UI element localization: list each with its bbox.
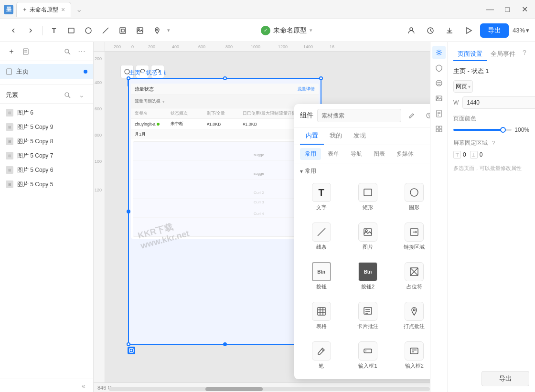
main-frame[interactable]: 流量状态 流量详情 流量周期选择 ▾ 套餐名 状态频次 剩下/全量 日已使用/最… [128,78,321,345]
add-page-btn[interactable]: + [6,46,17,57]
width-input[interactable] [462,96,535,109]
play-btn[interactable] [461,23,476,38]
back-btn[interactable] [6,23,21,38]
frame-handle-bl[interactable] [127,342,130,346]
widget-subtab-nav[interactable]: 导航 [346,148,367,160]
widget-subtab-media[interactable]: 多媒体 [392,148,418,160]
mini-detail-link[interactable]: 流量详情 [298,86,315,92]
widget-line-icon [312,222,331,242]
widget-tab-mine[interactable]: 我的 [324,127,348,145]
widget-item-btn2[interactable]: Btn 按钮2 [346,258,389,294]
widget-edit-btn[interactable] [405,109,418,122]
more-tabs-btn[interactable]: ⌄ [76,5,82,14]
list-item[interactable]: ⊞ 图片 5 Copy 9 [0,120,93,134]
rp-grid-icon[interactable] [432,122,446,136]
widget-item-placeholder[interactable]: 占位符 [393,258,430,294]
widget-item-input1[interactable]: 输入框1 [346,338,389,373]
horizontal-scrollbar[interactable] [109,387,430,391]
rp-shield-icon[interactable] [432,61,446,74]
zoom-btn[interactable]: 43% ▾ [513,27,529,34]
widget-input1-icon [358,341,377,360]
svg-rect-4 [121,29,124,32]
frame-handle-ml[interactable] [127,210,130,213]
scrollbar-thumb[interactable] [205,387,263,391]
frame-info-btn[interactable]: ℹ [164,70,166,76]
minimize-btn[interactable]: — [483,5,497,14]
widget-history-btn[interactable] [422,109,430,122]
collapse-panel-btn[interactable]: « [78,380,89,392]
color-slider[interactable] [453,129,512,131]
search-pages-btn[interactable] [62,46,73,57]
device-label: 网页 [456,83,467,91]
frame-handle-tl[interactable] [127,76,130,80]
list-item[interactable]: ⊞ 图片 5 Copy 5 [0,177,93,191]
widget-item-rect[interactable]: 矩形 [346,179,389,215]
page-item-home[interactable]: 主页 [0,64,93,79]
file-btn[interactable] [20,46,32,57]
list-item[interactable]: ⊞ 图片 5 Copy 7 [0,148,93,163]
widget-item-table[interactable]: 表格 [300,298,342,334]
canvas-area[interactable]: -200 0 200 400 600 800 1000 1200 1400 16… [94,42,430,392]
widget-item-pen[interactable]: 笔 [300,338,342,373]
main-tab[interactable]: ✦ 未命名原型 × [16,2,71,17]
rp-emoji-icon[interactable] [432,76,446,90]
search-elements-btn[interactable] [62,89,73,101]
widget-item-line[interactable]: 线条 [300,219,342,254]
widget-search-input[interactable] [317,109,401,122]
widget-subtab-form[interactable]: 表单 [323,148,344,160]
rectangle-tool-btn[interactable] [64,23,79,38]
frame-handle-tr[interactable] [319,76,323,80]
ellipse-tool-btn[interactable] [81,23,96,38]
more-pages-btn[interactable]: ⋯ [76,46,87,57]
project-name-btn[interactable]: ✓ 未命名原型 ▾ [261,26,312,35]
forward-btn[interactable] [23,23,38,38]
export-btn[interactable]: 导出 [482,371,529,386]
frame-tool-btn[interactable] [115,23,130,38]
widget-item-link[interactable]: 链接区域 [393,219,430,254]
device-select[interactable]: 网页 ▾ [453,80,473,93]
rp-settings-icon[interactable] [432,46,446,59]
user-btn[interactable] [404,23,419,38]
widget-item-btn1[interactable]: Btn 按钮 [300,258,342,294]
list-item[interactable]: ⊞ 图片 5 Copy 6 [0,163,93,177]
widget-rect-icon [358,183,377,202]
screen-fixed-help[interactable]: ? [490,139,497,147]
line-tool-btn[interactable] [98,23,113,38]
widget-item-text[interactable]: T 文字 [300,179,342,215]
color-slider-thumb[interactable] [500,127,506,133]
widget-tab-discover[interactable]: 发现 [348,127,372,145]
widget-tab-builtin[interactable]: 内置 [300,127,324,145]
share-btn[interactable]: 导出 [480,23,509,38]
project-name-chevron[interactable]: ▾ [310,27,312,33]
frame-handle-tc[interactable] [223,76,227,80]
rp-help-icon[interactable]: ? [520,48,529,57]
widget-section-header[interactable]: ▾ 常用 [300,167,430,175]
width-label: W [453,99,459,106]
element-name: 图片 6 [17,109,33,117]
download-btn[interactable] [442,23,457,38]
frame-indicator-bottom[interactable] [128,347,135,354]
text-tool-btn[interactable]: T [46,23,62,38]
history-btn[interactable] [423,23,438,38]
frame-handle-bc[interactable] [223,342,227,346]
maximize-btn[interactable]: □ [501,5,514,14]
rp-tab-page-settings[interactable]: 页面设置 [453,48,487,61]
pin-tool-chevron[interactable]: ▾ [167,27,170,33]
widget-item-circle[interactable]: 圆形 [393,179,430,215]
image-tool-btn[interactable] [132,23,148,38]
widget-item-card-note[interactable]: 卡片批注 [346,298,389,334]
rp-image-icon[interactable] [432,92,446,105]
widget-subtab-chart[interactable]: 图表 [369,148,390,160]
pin-tool-btn[interactable] [150,23,165,38]
list-item[interactable]: ⊞ 图片 6 [0,106,93,120]
list-item[interactable]: ⊞ 图片 5 Copy 8 [0,134,93,148]
rp-doc-icon[interactable] [432,107,446,120]
element-more-btn[interactable]: ⌄ [76,89,87,101]
tab-close-btn[interactable]: × [61,6,65,13]
widget-item-pin-note[interactable]: 打点批注 [393,298,430,334]
widget-item-input2[interactable]: 输入框2 [393,338,430,373]
widget-subtab-common[interactable]: 常用 [300,148,321,160]
close-btn[interactable]: ✕ [518,5,531,14]
widget-item-image[interactable]: 图片 [346,219,389,254]
rp-tab-global-events[interactable]: 全局事件 [487,48,520,61]
